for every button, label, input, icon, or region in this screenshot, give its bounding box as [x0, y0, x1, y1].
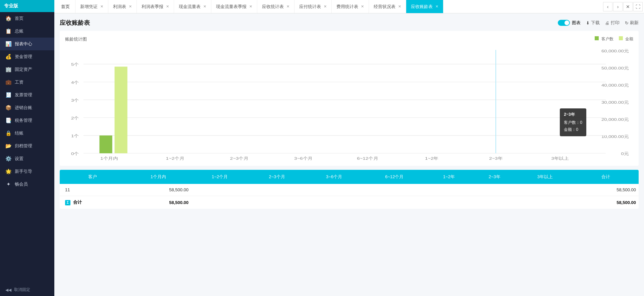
svg-text:6~12个月: 6~12个月: [357, 156, 378, 160]
sidebar-item-label: 首页: [15, 15, 23, 21]
tab-ar-aging[interactable]: 应收账龄表 ✕: [406, 0, 443, 13]
tab-cashflow-quarter-close[interactable]: ✕: [249, 4, 252, 9]
download-icon: ⬇: [586, 20, 590, 26]
sidebar-item-assets[interactable]: 🏢 固定资产: [0, 63, 54, 76]
tab-close-all-button[interactable]: ✕: [623, 2, 633, 11]
cell-23y: [472, 184, 517, 196]
th-36m: 3~6个月: [306, 170, 363, 184]
footer-36m: [306, 196, 363, 209]
th-12y: 1~2年: [426, 170, 472, 184]
table-footer-row: Σ 合计 58,500.00 58,500.00: [60, 196, 639, 209]
sidebar-item-reports[interactable]: 📊 报表中心: [0, 38, 54, 50]
tab-profit-quarter[interactable]: 利润表季报 ✕: [137, 0, 174, 13]
sidebar-item-label: 固定资产: [15, 66, 32, 72]
refresh-icon: ↻: [625, 20, 629, 26]
sidebar-pin-toggle[interactable]: ◀◀ 取消固定: [0, 284, 54, 296]
inventory-icon: 📦: [5, 105, 11, 111]
tab-ap-stats-label: 应付统计表: [299, 4, 321, 10]
svg-text:1个月内: 1个月内: [100, 156, 118, 160]
sidebar-item-salary[interactable]: 💼 工资: [0, 76, 54, 89]
tab-ar-aging-close[interactable]: ✕: [435, 4, 438, 9]
tab-profit[interactable]: 利润表 ✕: [108, 0, 137, 13]
tab-next-button[interactable]: ›: [613, 2, 623, 11]
sidebar-item-label: 结账: [15, 130, 23, 136]
tab-voucher[interactable]: 新增凭证 ✕: [75, 0, 108, 13]
tab-prev-button[interactable]: ‹: [603, 2, 612, 11]
tab-profit-close[interactable]: ✕: [129, 4, 132, 9]
tab-cashflow-label: 现金流量表: [179, 4, 201, 10]
print-icon: 🖨: [605, 20, 609, 26]
tab-ap-stats[interactable]: 应付统计表 ✕: [294, 0, 332, 13]
tab-cashflow[interactable]: 现金流量表 ✕: [174, 0, 211, 13]
sidebar: 专业版 🏠 首页 📋 总账 📊 报表中心 💰 资金管理 🏢 固定资产 💼 工资 …: [0, 0, 54, 296]
tab-expense-stats[interactable]: 费用统计表 ✕: [332, 0, 369, 13]
tab-business-status[interactable]: 经营状况表 ✕: [369, 0, 406, 13]
chart-legend: 客户数 金额: [595, 36, 633, 42]
toggle-track[interactable]: [558, 20, 570, 26]
sidebar-item-ledger[interactable]: 📋 总账: [0, 25, 54, 38]
svg-text:20,000.00元: 20,000.00元: [601, 117, 629, 122]
table-row: 11 58,500.00 58,500.00: [60, 184, 639, 196]
th-3yplus: 3年以上: [517, 170, 573, 184]
download-label: 下载: [591, 20, 600, 26]
sidebar-item-label: 发票管理: [15, 92, 32, 98]
sidebar-item-label: 资金管理: [15, 54, 32, 60]
th-total: 合计: [573, 170, 639, 184]
tab-ar-stats-label: 应收统计表: [262, 4, 284, 10]
app-logo: 专业版: [0, 0, 54, 12]
tab-home[interactable]: 首页: [56, 0, 75, 13]
archive-icon: 📂: [5, 143, 11, 149]
sidebar-item-tax[interactable]: 📑 税务管理: [0, 114, 54, 127]
svg-text:3年以上: 3年以上: [551, 156, 569, 160]
th-1m: 1个月内: [125, 170, 191, 184]
th-612m: 6~12个月: [363, 170, 426, 184]
footer-text: 合计: [73, 200, 82, 205]
sidebar-item-label: 税务管理: [15, 117, 32, 124]
chart-toggle[interactable]: 图表: [558, 20, 581, 26]
tab-ap-stats-close[interactable]: ✕: [324, 4, 327, 9]
cell-1m: 58,500.00: [125, 184, 191, 196]
tab-business-status-close[interactable]: ✕: [398, 4, 401, 9]
download-button[interactable]: ⬇ 下载: [586, 20, 600, 26]
legend-customer-dot: [595, 36, 599, 40]
print-button[interactable]: 🖨 打印: [605, 20, 620, 26]
refresh-button[interactable]: ↻ 刷新: [625, 20, 639, 26]
sidebar-item-inventory[interactable]: 📦 进销台账: [0, 101, 54, 114]
tab-voucher-close[interactable]: ✕: [100, 4, 103, 9]
tab-profit-quarter-close[interactable]: ✕: [166, 4, 169, 9]
pin-label: 取消固定: [14, 287, 30, 293]
sidebar-item-member[interactable]: ✦ 畅会员: [0, 178, 54, 191]
legend-amount-dot: [619, 36, 623, 40]
svg-text:40,000.00元: 40,000.00元: [601, 83, 629, 88]
sidebar-item-home[interactable]: 🏠 首页: [0, 12, 54, 25]
sidebar-item-archive[interactable]: 📂 归档管理: [0, 140, 54, 152]
footer-3yplus: [517, 196, 573, 209]
tab-cashflow-close[interactable]: ✕: [203, 4, 206, 9]
cell-customer: 11: [60, 184, 125, 196]
sidebar-item-label: 报表中心: [15, 41, 32, 47]
bar-amount-1m: [115, 67, 127, 153]
tab-cashflow-quarter[interactable]: 现金流量表季报 ✕: [211, 0, 257, 13]
tab-ar-aging-label: 应收账龄表: [411, 4, 433, 10]
tab-ar-stats-close[interactable]: ✕: [286, 4, 289, 9]
sidebar-item-funds[interactable]: 💰 资金管理: [0, 50, 54, 63]
sidebar-item-invoice[interactable]: 🧾 发票管理: [0, 89, 54, 101]
sidebar-item-settings[interactable]: ⚙️ 设置: [0, 152, 54, 165]
chart-card: 账龄统计图 客户数 金额 0个 1个 2个 3个 4个: [60, 31, 639, 166]
svg-text:1个: 1个: [71, 134, 79, 138]
svg-text:1~2年: 1~2年: [425, 156, 438, 160]
svg-text:4个: 4个: [71, 80, 79, 85]
svg-text:2~3年: 2~3年: [489, 156, 502, 160]
footer-label: Σ 合计: [60, 196, 125, 209]
cell-23m: [248, 184, 305, 196]
sidebar-item-guide[interactable]: 🌟 新手引导: [0, 165, 54, 178]
legend-amount-label: 金额: [625, 37, 633, 41]
tab-ar-stats[interactable]: 应收统计表 ✕: [257, 0, 294, 13]
tab-fullscreen-button[interactable]: ⛶: [633, 2, 643, 11]
svg-text:0个: 0个: [71, 152, 79, 156]
sidebar-item-close[interactable]: 🔒 结账: [0, 127, 54, 140]
th-12m: 1~2个月: [191, 170, 248, 184]
tab-expense-stats-close[interactable]: ✕: [361, 4, 364, 9]
page-actions: 图表 ⬇ 下载 🖨 打印 ↻ 刷新: [558, 20, 639, 26]
salary-icon: 💼: [5, 79, 11, 85]
